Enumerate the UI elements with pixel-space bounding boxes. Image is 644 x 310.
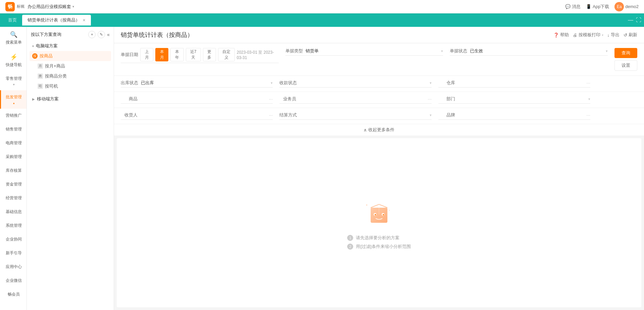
doc-type-dropdown-icon[interactable]: ▾ — [441, 49, 443, 53]
marketing-label: 营销推广 — [6, 113, 22, 118]
date-btn-7days[interactable]: 近7天 — [186, 48, 201, 61]
mobile-scheme-group: ▶ 移动端方案 — [27, 94, 114, 104]
sidebar-item-member[interactable]: 畅会员 — [0, 288, 26, 301]
brand-ellipsis[interactable]: ··· — [586, 112, 590, 118]
date-btn-this-year[interactable]: 本年 — [170, 48, 183, 61]
edit-scheme-button[interactable]: ✎ — [98, 31, 105, 38]
newbie-label: 新手引导 — [6, 250, 22, 256]
collapse-panel-button[interactable]: « — [107, 32, 110, 37]
date-btn-custom[interactable]: 自定义 — [218, 48, 235, 61]
mobile-scheme-label: 移动端方案 — [37, 96, 59, 102]
refresh-button[interactable]: ↺ 刷新 — [624, 32, 637, 38]
tab-minimize-icon[interactable]: — — [628, 17, 633, 23]
page-header: 销货单统计计表（按商品） ❓ 帮助 🖨 按模板打印 ▾ ↓ — [114, 27, 644, 43]
sidebar-item-quicknav[interactable]: ⚡ 快捷导航 — [0, 49, 26, 72]
sidebar-item-corpwechat[interactable]: 企业微信 — [0, 274, 26, 288]
wholesale-label: 批发管理 — [6, 94, 22, 100]
hint-num-2: 2 — [347, 244, 353, 250]
sidebar-item-appcenter[interactable]: 应用中心 — [0, 260, 26, 274]
message-button[interactable]: 💬 消息 — [565, 4, 581, 10]
sidebar-item-enterprise[interactable]: 企业协同 — [0, 232, 26, 246]
receiver-label: 收货人 — [121, 112, 138, 118]
warehouse-ellipsis[interactable]: ··· — [586, 80, 590, 86]
search-icon: 🔍 — [10, 31, 17, 38]
add-scheme-button[interactable]: + — [88, 31, 96, 38]
tab-home[interactable]: 首页 — [3, 15, 22, 25]
help-icon: ❓ — [553, 33, 559, 38]
sidebar-item-newbie[interactable]: 新手引导 — [0, 246, 26, 260]
empty-state: ✦ ✦ 1 请先选择要分析的方案 2 用[过滤]条件来缩小分析范围 — [117, 138, 641, 307]
sidebar-item-sales[interactable]: 销售管理 — [0, 122, 26, 136]
payment-status-dropdown[interactable]: ▾ — [430, 81, 432, 85]
sidebar-item-finance[interactable]: 资金管理 — [0, 177, 26, 191]
scheme-item-by-month-goods[interactable]: 月 按月+商品 — [30, 61, 111, 71]
avatar: Ea — [614, 2, 624, 11]
pc-scheme-group: ▾ 电脑端方案 按 按商品 月 按月+商品 类 按商品分类 司 按司机 — [27, 41, 114, 91]
doc-type-value: 销货单 ▾ — [306, 48, 443, 54]
pc-scheme-arrow: ▾ — [32, 44, 34, 48]
filter-panel: 按以下方案查询 + ✎ « ▾ 电脑端方案 按 按商品 月 按月 — [27, 27, 114, 310]
date-btn-this-month[interactable]: 本月 — [155, 48, 168, 61]
print-button[interactable]: 🖨 按模板打印 ▾ — [573, 32, 603, 38]
query-button[interactable]: 查询 — [614, 48, 637, 58]
stock-out-dropdown[interactable]: ▾ — [271, 81, 273, 85]
sidebar-item-purchase[interactable]: 采购管理 — [0, 150, 26, 164]
help-label: 帮助 — [560, 32, 569, 38]
sidebar-search-label: 搜索菜单 — [6, 40, 22, 45]
collapse-label: 收起更多条件 — [368, 127, 394, 133]
tab-bar: 首页 销货单统计计表（按商品） ✕ — ⛶ — [0, 13, 644, 27]
pc-scheme-header[interactable]: ▾ 电脑端方案 — [30, 41, 111, 51]
logo-icon: 畅 — [5, 2, 15, 11]
workspace-selector[interactable]: 办公用品行业模拟账套 ▾ — [28, 4, 74, 10]
doc-status-dropdown-icon[interactable]: ▾ — [606, 49, 608, 53]
payment-method-label: 结算方式 — [279, 112, 297, 118]
scheme-icon-by-goods: 按 — [32, 53, 38, 59]
sidebar-item-inventory[interactable]: 库存核算 — [0, 164, 26, 177]
salesperson-value: ··· — [299, 96, 431, 102]
payment-method-value: ▾ — [300, 113, 431, 117]
sidebar-item-retail[interactable]: 零售管理 ▾ — [0, 72, 26, 90]
payment-status-label: 收款状态 — [279, 80, 297, 86]
sidebar-item-search[interactable]: 🔍 搜索菜单 — [0, 27, 26, 49]
goods-ellipsis[interactable]: ··· — [269, 96, 273, 102]
export-button[interactable]: ↓ 导出 — [607, 32, 620, 38]
date-btn-more[interactable]: 更多 — [203, 48, 216, 61]
sidebar-item-operation[interactable]: 经营管理 — [0, 191, 26, 205]
tab-maximize-icon[interactable]: ⛶ — [636, 17, 641, 23]
sidebar-item-basic[interactable]: 基础信息 — [0, 205, 26, 219]
empty-hints: 1 请先选择要分析的方案 2 用[过滤]条件来缩小分析范围 — [347, 235, 411, 250]
help-button[interactable]: ❓ 帮助 — [553, 32, 569, 38]
user-profile[interactable]: Ea demo2 — [614, 2, 639, 11]
sidebar-item-ecommerce[interactable]: 电商管理 — [0, 136, 26, 150]
scheme-item-driver-label: 按司机 — [45, 83, 58, 89]
query-buttons: 查询 设置 — [614, 48, 637, 71]
hint-text-2: 用[过滤]条件来缩小分析范围 — [356, 244, 411, 250]
date-btn-last-month[interactable]: 上月 — [140, 48, 153, 61]
filter-panel-header: 按以下方案查询 + ✎ « — [27, 27, 114, 41]
tab-sales-stat[interactable]: 销货单统计计表（按商品） ✕ — [22, 15, 91, 25]
purchase-label: 采购管理 — [6, 154, 22, 160]
refresh-icon: ↺ — [624, 33, 627, 38]
payment-method-dropdown[interactable]: ▾ — [430, 113, 432, 117]
content-area: 按以下方案查询 + ✎ « ▾ 电脑端方案 按 按商品 月 按月 — [27, 27, 644, 310]
receiver-ellipsis[interactable]: ··· — [269, 112, 273, 118]
sidebar-item-system[interactable]: 系统管理 — [0, 219, 26, 232]
sidebar-item-marketing[interactable]: 营销推广 — [0, 109, 26, 122]
sidebar-item-wholesale[interactable]: 批发管理 ▴ — [0, 90, 26, 109]
tab-close-icon[interactable]: ✕ — [83, 18, 86, 22]
filter-row-1-container: 单据日期 上月 本月 本年 近7天 更多 自定义 2023-03-01 至 20… — [114, 43, 644, 76]
hint-num-1: 1 — [347, 235, 353, 241]
salesperson-ellipsis[interactable]: ··· — [428, 96, 432, 102]
doc-status-text: 已生效 — [470, 48, 483, 54]
scheme-item-by-driver[interactable]: 司 按司机 — [30, 81, 111, 91]
mobile-scheme-header[interactable]: ▶ 移动端方案 — [30, 94, 111, 104]
department-dropdown[interactable]: ▾ — [588, 97, 590, 101]
collapse-row[interactable]: ∧ 收起更多条件 — [114, 124, 644, 136]
filter-panel-actions: + ✎ « — [88, 31, 110, 38]
scheme-item-by-goods[interactable]: 按 按商品 — [30, 51, 111, 61]
app-download-label: App下载 — [593, 4, 609, 10]
setting-button[interactable]: 设置 — [614, 60, 637, 71]
scheme-item-by-goods-cat[interactable]: 类 按商品分类 — [30, 71, 111, 81]
scheme-item-cat-label: 按商品分类 — [45, 73, 67, 79]
app-download-button[interactable]: 📱 App下载 — [586, 4, 609, 10]
